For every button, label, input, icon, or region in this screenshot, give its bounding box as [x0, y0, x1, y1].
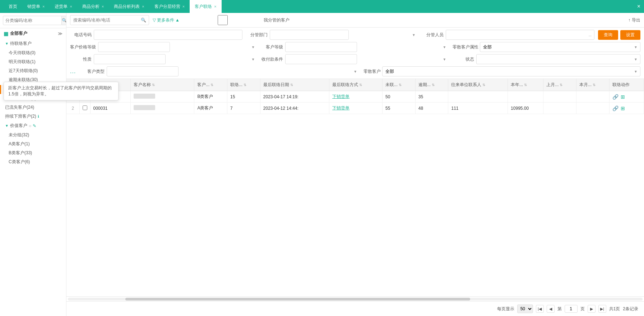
branch-dept-arrow-icon: ▼ — [412, 33, 416, 37]
customer-price-level-select[interactable] — [98, 42, 170, 52]
sidebar-all-customers[interactable]: ▦ 全部客户 ≫ — [0, 28, 66, 39]
sidebar-search-input[interactable] — [3, 16, 62, 25]
my-customers-checkbox[interactable] — [183, 15, 262, 25]
close-window-icon[interactable]: × — [637, 3, 640, 10]
customer-level-select[interactable] — [285, 42, 357, 52]
settings-button[interactable]: 设置 — [620, 30, 640, 40]
branch-person-wrapper: ... — [446, 30, 594, 40]
close-customer-contact-icon[interactable]: × — [214, 4, 216, 9]
payment-terms-label: 收付款条件 — [261, 56, 283, 62]
last-page-button[interactable]: ▶| — [598, 305, 606, 313]
row-1-link-icon[interactable]: 🔗 — [612, 94, 618, 100]
sidebar-item-continuously-down[interactable]: 持续下滑客户(2) ℹ — [0, 112, 66, 121]
sidebar-search-button[interactable]: 🔍 — [62, 16, 66, 25]
row-2-grid-icon[interactable]: ⊞ — [621, 105, 625, 111]
export-button[interactable]: ↑ 导出 — [628, 17, 640, 23]
filter-bar: 🔍 ▽ 更多条件 ▲ 我分管的客户 ↑ 导出 — [66, 13, 644, 28]
row-2-link-icon[interactable]: 🔗 — [612, 105, 618, 111]
close-product-analysis-list-icon[interactable]: × — [142, 4, 144, 9]
filter-customer-price-level: 客户价格等级 ▼ — [70, 42, 258, 52]
sort-uncontacted-icon[interactable]: ⇅ — [399, 83, 402, 87]
sort-overdue-icon[interactable]: ⇅ — [432, 83, 435, 87]
nav-purchase-order[interactable]: 进货单 × — [50, 0, 77, 13]
row-this-year-2: 10995.00 — [508, 103, 543, 114]
sidebar-item-c-class[interactable]: C类客户(6) — [0, 157, 66, 166]
close-sales-order-icon[interactable]: × — [42, 4, 45, 9]
row-last-method-1: 下销货单 — [329, 91, 383, 103]
sidebar-item-ungroup[interactable]: 未分组(32) — [0, 131, 66, 140]
sidebar-item-7day-pending[interactable]: 近7天待联络(0) — [0, 66, 66, 75]
branch-dept-wrapper: ▼ — [270, 30, 418, 40]
sort-level-icon[interactable]: ⇅ — [210, 83, 213, 87]
nav-home[interactable]: 首页 — [4, 0, 22, 13]
filter-row-1: 电话号码 分管部门 ▼ 分管人员 — [70, 30, 640, 40]
gender-select[interactable] — [94, 54, 166, 64]
close-product-analysis-icon[interactable]: × — [102, 4, 104, 9]
sidebar-item-b-class[interactable]: B类客户(33) — [0, 148, 66, 157]
per-page-select[interactable]: 50 — [517, 305, 533, 313]
query-button[interactable]: 查询 — [598, 30, 618, 40]
row-actions-1: 🔗 ⊞ — [609, 91, 644, 103]
close-customer-segmentation-icon[interactable]: × — [182, 4, 185, 9]
branch-dept-select[interactable] — [270, 30, 349, 40]
sort-this-month-icon[interactable]: ⇅ — [593, 83, 596, 87]
content-area: 🔍 ▽ 更多条件 ▲ 我分管的客户 ↑ 导出 电话号码 — [66, 13, 644, 316]
sort-last-month-icon[interactable]: ⇅ — [560, 83, 562, 87]
nav-product-analysis-list[interactable]: 商品分析列表 × — [109, 0, 149, 13]
sidebar-item-a-class[interactable]: A类客户(1) — [0, 140, 66, 148]
row-2-checkbox[interactable] — [83, 105, 87, 110]
more-filters-button[interactable]: ▽ 更多条件 ▲ — [153, 17, 180, 23]
branch-person-label: 分管人员 — [422, 32, 444, 38]
value-customers-edit-icon[interactable]: ✎ — [33, 123, 36, 128]
sidebar-search-area: 🔍 — [0, 13, 66, 28]
retail-customer-select[interactable]: 全部 — [382, 66, 640, 76]
value-customers-radio-icon[interactable]: ○ — [29, 123, 31, 128]
col-last-month: 上月... ⇅ — [543, 79, 576, 91]
status-select[interactable] — [476, 54, 640, 64]
sort-last-date-icon[interactable]: ⇅ — [290, 83, 293, 87]
close-purchase-order-icon[interactable]: × — [70, 4, 72, 9]
phone-label: 电话号码 — [70, 32, 92, 38]
last-method-link-1[interactable]: 下销货单 — [332, 94, 349, 99]
last-method-link-2[interactable]: 下销货单 — [332, 105, 349, 110]
prev-page-button[interactable]: ◀ — [547, 305, 555, 313]
payment-terms-select[interactable] — [285, 54, 357, 64]
row-num-2: 2 — [66, 103, 79, 114]
nav-sales-order[interactable]: 销货单 × — [22, 0, 50, 13]
horizontal-scrollbar-thumb[interactable] — [125, 298, 470, 301]
row-uncontacted-2: 55 — [383, 103, 416, 114]
sidebar-item-already-lost[interactable]: 已流失客户(24) — [0, 103, 66, 112]
sidebar-item-today-pending[interactable]: 今天待联络(0) — [0, 48, 66, 57]
customer-name-blur-2 — [134, 105, 155, 110]
continuously-down-info-icon[interactable]: ℹ — [38, 114, 39, 118]
horizontal-scrollbar[interactable] — [68, 298, 643, 301]
row-level-1: B类客户 — [194, 91, 227, 103]
branch-person-select[interactable] — [446, 30, 594, 40]
sidebar-collapse-icon[interactable]: ≫ — [58, 31, 62, 36]
nav-product-analysis[interactable]: 商品分析 × — [77, 0, 109, 13]
sort-unit-contact-icon[interactable]: ⇅ — [482, 83, 485, 87]
sort-this-year-icon[interactable]: ⇅ — [524, 83, 527, 87]
customer-name-blur-1 — [134, 94, 155, 99]
retail-attr-select[interactable]: 全部 — [480, 42, 640, 52]
first-page-button[interactable]: |◀ — [536, 305, 544, 313]
next-page-button[interactable]: ▶ — [588, 305, 596, 313]
col-actions: 联络动作 — [609, 79, 644, 91]
pending-contact-title[interactable]: ▼ 待联络客户 — [0, 39, 66, 48]
retail-attr-label: 零散客户属性 — [453, 44, 478, 50]
row-1-grid-icon[interactable]: ⊞ — [621, 94, 625, 100]
sort-name-icon[interactable]: ⇅ — [152, 83, 155, 87]
sort-last-method-icon[interactable]: ⇅ — [359, 83, 362, 87]
phone-input[interactable] — [94, 30, 242, 40]
sort-contact-count-icon[interactable]: ⇅ — [244, 83, 246, 87]
customer-type-select[interactable] — [107, 66, 179, 76]
value-customers-title[interactable]: ▼ 价值客户 ○ ✎ — [0, 121, 66, 131]
main-search-input[interactable] — [70, 15, 149, 25]
nav-customer-contact[interactable]: 客户联络 × — [190, 0, 221, 13]
sidebar-item-tomorrow-pending[interactable]: 明天待联络(1) — [0, 57, 66, 66]
nav-customer-segmentation[interactable]: 客户分层经营 × — [149, 0, 190, 13]
customer-level-wrapper: ▼ — [285, 42, 449, 52]
main-search-icon[interactable]: 🔍 — [141, 18, 146, 23]
page-input[interactable] — [565, 305, 578, 313]
filter-more-dots[interactable]: ... — [70, 68, 76, 75]
